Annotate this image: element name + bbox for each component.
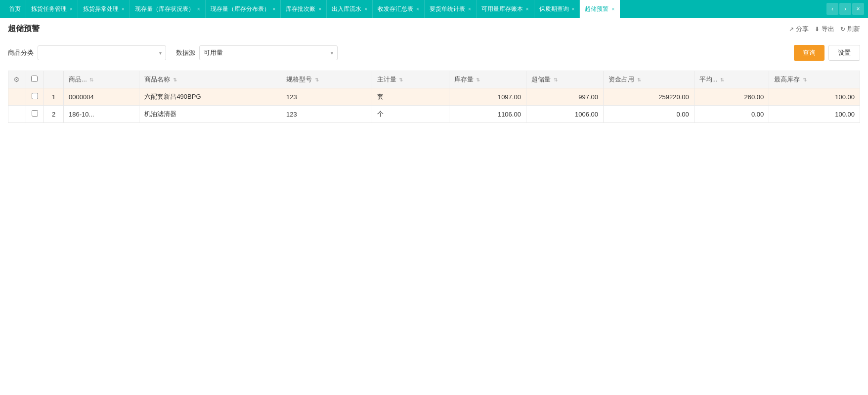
nav-item-batch-account[interactable]: 库存批次账 × <box>281 0 327 18</box>
col-header-rownum <box>44 71 64 88</box>
filter-bar: 商品分类 ▾ 数据源 可用量 ▾ 查询 设置 <box>8 41 860 65</box>
close-icon-inventory-status[interactable]: × <box>197 6 200 12</box>
close-icon-tugou-task[interactable]: × <box>70 6 73 12</box>
export-action[interactable]: ⬇ 导出 <box>815 25 834 34</box>
sort-icon-product-code: ⇅ <box>89 77 93 82</box>
close-icon-tugou-exception[interactable]: × <box>122 6 125 12</box>
close-icon-inventory-dist[interactable]: × <box>273 6 276 12</box>
settings-button[interactable]: 设置 <box>828 45 860 61</box>
col-label-unit: 主计量 <box>377 76 396 83</box>
row-overstock: 997.00 <box>526 88 603 106</box>
refresh-label: 刷新 <box>847 25 860 34</box>
col-header-unit[interactable]: 主计量 ⇅ <box>372 71 449 88</box>
nav-item-available-account[interactable]: 可用量库存账本 × <box>477 0 534 18</box>
datasource-select[interactable]: 可用量 ▾ <box>199 45 338 60</box>
page-title: 超储预警 <box>8 24 40 34</box>
col-header-stock[interactable]: 库存量 ⇅ <box>449 71 526 88</box>
row-overstock: 1006.00 <box>526 106 603 123</box>
category-select-text <box>42 49 44 57</box>
row-gear-cell <box>8 106 26 123</box>
refresh-action[interactable]: ↻ 刷新 <box>840 25 860 34</box>
sort-icon-product-name: ⇅ <box>173 77 177 82</box>
row-product-code: 0000004 <box>64 88 139 106</box>
nav-arrow-close-button[interactable]: × <box>852 3 864 15</box>
nav-label-order-stats: 要货单统计表 <box>430 5 465 13</box>
row-avg: 0.00 <box>694 106 769 123</box>
nav-item-receive-summary[interactable]: 收发存汇总表 × <box>373 0 425 18</box>
row-gear-cell <box>8 88 26 106</box>
close-icon-available-account[interactable]: × <box>526 6 529 12</box>
col-header-avg[interactable]: 平均... ⇅ <box>694 71 769 88</box>
share-label: 分享 <box>796 25 809 34</box>
col-label-product-name: 商品名称 <box>144 76 170 83</box>
row-product-name: 六配套新昌490BPG <box>139 88 281 106</box>
filter-datasource: 数据源 可用量 ▾ <box>176 45 338 60</box>
nav-item-inventory-dist[interactable]: 现存量（库存分布表） × <box>206 0 281 18</box>
col-header-capital[interactable]: 资金占用 ⇅ <box>604 71 694 88</box>
table-body: 1 0000004 六配套新昌490BPG 123 套 1097.00 997.… <box>8 88 860 123</box>
close-icon-inout-flow[interactable]: × <box>364 6 367 12</box>
sort-icon-max-stock: ⇅ <box>803 77 807 82</box>
row-max-stock: 100.00 <box>769 88 860 106</box>
nav-label-inout-flow: 出入库流水 <box>332 5 361 13</box>
gear-icon: ⚙ <box>13 76 20 83</box>
nav-item-tugou-task[interactable]: 拣货任务管理 × <box>26 0 78 18</box>
close-icon-batch-account[interactable]: × <box>318 6 321 12</box>
table-row: 1 0000004 六配套新昌490BPG 123 套 1097.00 997.… <box>8 88 860 106</box>
nav-item-overstock-warning[interactable]: 超储预警 × <box>580 0 620 18</box>
col-header-max-stock[interactable]: 最高库存 ⇅ <box>769 71 860 88</box>
col-label-avg: 平均... <box>699 76 718 83</box>
nav-item-inout-flow[interactable]: 出入库流水 × <box>327 0 373 18</box>
col-header-product-name[interactable]: 商品名称 ⇅ <box>139 71 281 88</box>
row-stock: 1097.00 <box>449 88 526 106</box>
row-checkbox-cell[interactable] <box>26 88 44 106</box>
close-icon-receive-summary[interactable]: × <box>416 6 419 12</box>
close-icon-quality-query[interactable]: × <box>572 6 575 12</box>
category-label: 商品分类 <box>8 48 34 57</box>
share-action[interactable]: ↗ 分享 <box>789 25 809 34</box>
nav-label-receive-summary: 收发存汇总表 <box>378 5 413 13</box>
col-label-max-stock: 最高库存 <box>774 76 800 83</box>
page-content: 超储预警 ↗ 分享 ⬇ 导出 ↻ 刷新 商品分类 ▾ 数据源 <box>0 18 868 395</box>
col-header-gear[interactable]: ⚙ <box>8 71 26 88</box>
refresh-icon: ↻ <box>840 26 845 33</box>
nav-item-quality-query[interactable]: 保质期查询 × <box>534 0 580 18</box>
col-label-overstock: 超储量 <box>531 76 551 83</box>
nav-item-home[interactable]: 首页 <box>4 0 26 18</box>
nav-label-tugou-exception: 拣货异常处理 <box>83 5 119 13</box>
col-header-checkbox[interactable] <box>26 71 44 88</box>
row-capital: 0.00 <box>604 106 694 123</box>
data-table: ⚙ 商品... ⇅ 商品名称 ⇅ 规格型号 ⇅ <box>8 71 860 123</box>
nav-arrows: ‹ › × <box>826 3 864 15</box>
row-checkbox-1[interactable] <box>32 110 38 117</box>
nav-label-available-account: 可用量库存账本 <box>481 5 523 13</box>
query-button[interactable]: 查询 <box>794 45 825 61</box>
nav-item-inventory-status[interactable]: 现存量（库存状况表） × <box>130 0 206 18</box>
nav-arrow-right-button[interactable]: › <box>839 3 851 15</box>
datasource-chevron-down-icon: ▾ <box>331 50 333 56</box>
close-icon-overstock-warning[interactable]: × <box>611 6 614 12</box>
select-all-checkbox[interactable] <box>31 76 38 82</box>
sort-icon-overstock: ⇅ <box>554 77 558 82</box>
page-header: 超储预警 ↗ 分享 ⬇ 导出 ↻ 刷新 <box>8 24 860 34</box>
col-label-stock: 库存量 <box>454 76 474 83</box>
col-header-product-code[interactable]: 商品... ⇅ <box>64 71 139 88</box>
close-icon-order-stats[interactable]: × <box>468 6 471 12</box>
nav-item-tugou-exception[interactable]: 拣货异常处理 × <box>78 0 130 18</box>
sort-icon-avg: ⇅ <box>720 77 724 82</box>
row-max-stock: 100.00 <box>769 106 860 123</box>
nav-label-quality-query: 保质期查询 <box>539 5 569 13</box>
datasource-select-text: 可用量 <box>204 48 223 57</box>
category-select[interactable]: ▾ <box>38 45 166 60</box>
top-navigation: 首页 拣货任务管理 × 拣货异常处理 × 现存量（库存状况表） × 现存量（库存… <box>0 0 868 18</box>
row-checkbox-0[interactable] <box>32 93 38 99</box>
col-header-spec[interactable]: 规格型号 ⇅ <box>281 71 372 88</box>
row-checkbox-cell[interactable] <box>26 106 44 123</box>
share-icon: ↗ <box>789 26 794 33</box>
col-header-overstock[interactable]: 超储量 ⇅ <box>526 71 603 88</box>
nav-label-batch-account: 库存批次账 <box>286 5 315 13</box>
nav-item-order-stats[interactable]: 要货单统计表 × <box>425 0 477 18</box>
nav-arrow-left-button[interactable]: ‹ <box>826 3 838 15</box>
row-avg: 260.00 <box>694 88 769 106</box>
nav-label-overstock-warning: 超储预警 <box>585 5 608 13</box>
